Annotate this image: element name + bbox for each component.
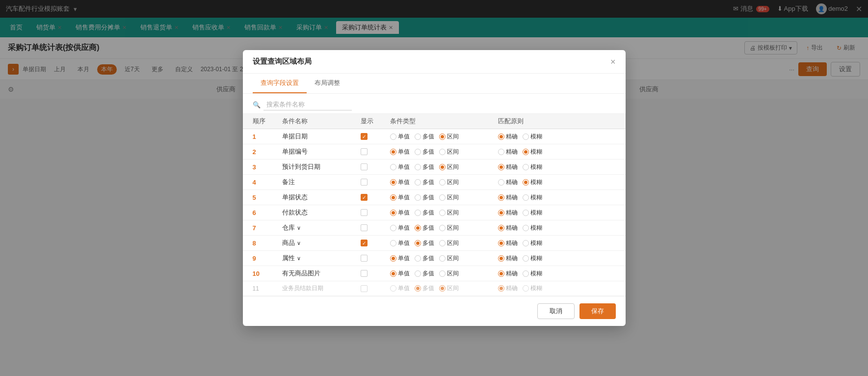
type-single-6[interactable]: 单值	[390, 209, 410, 217]
cell-name-10: 有无商品图片	[282, 269, 361, 278]
type-range-8[interactable]: 区间	[439, 239, 459, 247]
type-multi-3[interactable]: 多值	[415, 163, 434, 171]
type-single-7[interactable]: 单值	[390, 224, 410, 232]
match-exact-6[interactable]: 精确	[498, 209, 518, 217]
cell-display-9[interactable]	[361, 255, 390, 262]
search-input[interactable]	[263, 99, 352, 110]
match-fuzzy-1[interactable]: 模糊	[523, 133, 542, 141]
type-multi-2[interactable]: 多值	[415, 148, 434, 156]
cell-display-8[interactable]: ✓	[361, 240, 390, 246]
checkbox-7[interactable]	[361, 224, 368, 231]
match-fuzzy-7[interactable]: 模糊	[523, 224, 542, 232]
match-fuzzy-5[interactable]: 模糊	[523, 193, 542, 202]
match-exact-11[interactable]: 精确	[498, 284, 518, 293]
radio-fuzzy-7	[523, 225, 529, 231]
match-exact-7[interactable]: 精确	[498, 224, 518, 232]
cell-display-5[interactable]: ✓	[361, 194, 390, 201]
type-range-3[interactable]: 区间	[439, 163, 459, 171]
type-range-2[interactable]: 区间	[439, 148, 459, 156]
checkbox-5[interactable]: ✓	[361, 194, 368, 201]
match-fuzzy-8[interactable]: 模糊	[523, 239, 542, 247]
cell-match-6: 精确 模糊	[498, 209, 596, 217]
type-single-5[interactable]: 单值	[390, 193, 410, 202]
cell-display-11[interactable]	[361, 285, 390, 292]
match-group-3: 精确 模糊	[498, 163, 542, 171]
type-multi-4[interactable]: 多值	[415, 178, 434, 187]
type-range-5[interactable]: 区间	[439, 193, 459, 202]
cell-type-4: 单值 多值 区间	[390, 178, 498, 187]
checkbox-10[interactable]	[361, 270, 368, 277]
cancel-btn[interactable]: 取消	[537, 303, 575, 319]
table-row: 1 单据日期 ✓ 单值 多值	[243, 129, 626, 144]
match-exact-2[interactable]: 精确	[498, 148, 518, 156]
type-single-9[interactable]: 单值	[390, 254, 410, 263]
cell-display-3[interactable]	[361, 163, 390, 170]
type-single-11[interactable]: 单值	[390, 284, 410, 293]
type-single-2[interactable]: 单值	[390, 148, 410, 156]
match-exact-10[interactable]: 精确	[498, 269, 518, 278]
type-range-9[interactable]: 区间	[439, 254, 459, 263]
match-exact-8[interactable]: 精确	[498, 239, 518, 247]
cell-display-2[interactable]	[361, 148, 390, 155]
match-fuzzy-11[interactable]: 模糊	[523, 284, 542, 293]
checkbox-11[interactable]	[361, 285, 368, 292]
cell-display-7[interactable]	[361, 224, 390, 231]
table-row: 10 有无商品图片 单值 多值	[243, 266, 626, 281]
radio-range-circle-1	[439, 134, 446, 140]
match-group-10: 精确 模糊	[498, 269, 542, 278]
type-multi-11[interactable]: 多值	[415, 284, 434, 293]
cell-display-6[interactable]	[361, 209, 390, 216]
type-multi-10[interactable]: 多值	[415, 269, 434, 278]
type-single-3[interactable]: 单值	[390, 163, 410, 171]
type-range-11[interactable]: 区间	[439, 284, 459, 293]
match-exact-5[interactable]: 精确	[498, 193, 518, 202]
match-exact-4[interactable]: 精确	[498, 178, 518, 187]
match-fuzzy-9[interactable]: 模糊	[523, 254, 542, 263]
dialog-close-btn[interactable]: ×	[610, 57, 616, 66]
checkbox-3[interactable]	[361, 163, 368, 170]
type-radio-group-1: 单值 多值 区间	[390, 133, 459, 141]
match-fuzzy-3[interactable]: 模糊	[523, 163, 542, 171]
checkbox-9[interactable]	[361, 255, 368, 262]
type-single-10[interactable]: 单值	[390, 269, 410, 278]
type-multi-7[interactable]: 多值	[415, 224, 434, 232]
type-multi-9[interactable]: 多值	[415, 254, 434, 263]
match-fuzzy-4[interactable]: 模糊	[523, 178, 542, 187]
match-exact-1[interactable]: 精确	[498, 133, 518, 141]
type-multi-1[interactable]: 多值	[415, 133, 434, 141]
type-range-7[interactable]: 区间	[439, 224, 459, 232]
cell-display-4[interactable]	[361, 179, 390, 186]
type-radio-group-4: 单值 多值 区间	[390, 178, 459, 187]
type-single-4[interactable]: 单值	[390, 178, 410, 187]
type-single-8[interactable]: 单值	[390, 239, 410, 247]
checkbox-4[interactable]	[361, 179, 368, 186]
type-radio-group-9: 单值 多值 区间	[390, 254, 459, 263]
type-range-1[interactable]: 区间	[439, 133, 459, 141]
radio-single-circle-1	[390, 134, 396, 140]
cell-display-1[interactable]: ✓	[361, 133, 390, 140]
checkbox-8[interactable]: ✓	[361, 240, 368, 246]
checkbox-1[interactable]: ✓	[361, 133, 368, 140]
cell-display-10[interactable]	[361, 270, 390, 277]
type-range-4[interactable]: 区间	[439, 178, 459, 187]
type-multi-6[interactable]: 多值	[415, 209, 434, 217]
radio-range-circle-9	[439, 255, 446, 262]
type-multi-5[interactable]: 多值	[415, 193, 434, 202]
match-group-2: 精确 模糊	[498, 148, 542, 156]
match-fuzzy-6[interactable]: 模糊	[523, 209, 542, 217]
match-fuzzy-2[interactable]: 模糊	[523, 148, 542, 156]
type-range-10[interactable]: 区间	[439, 269, 459, 278]
checkbox-6[interactable]	[361, 209, 368, 216]
tab-query-fields[interactable]: 查询字段设置	[253, 74, 307, 93]
match-exact-9[interactable]: 精确	[498, 254, 518, 263]
radio-fuzzy-1	[523, 134, 529, 140]
checkbox-2[interactable]	[361, 148, 368, 155]
save-btn[interactable]: 保存	[579, 303, 616, 319]
match-exact-3[interactable]: 精确	[498, 163, 518, 171]
type-range-6[interactable]: 区间	[439, 209, 459, 217]
radio-multi-circle-3	[415, 164, 421, 170]
match-fuzzy-10[interactable]: 模糊	[523, 269, 542, 278]
type-single-1[interactable]: 单值	[390, 133, 410, 141]
type-multi-8[interactable]: 多值	[415, 239, 434, 247]
tab-layout-adjust[interactable]: 布局调整	[307, 74, 348, 93]
